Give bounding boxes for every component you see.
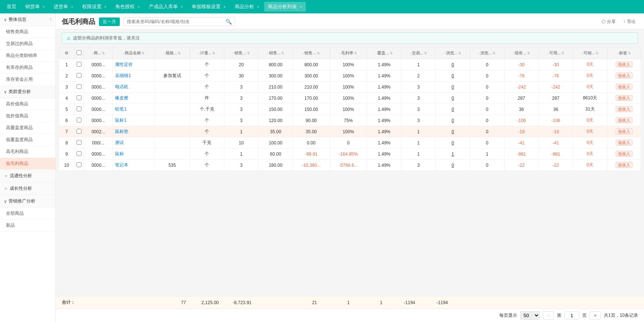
sidebar-item-new-products[interactable]: 新品	[0, 220, 55, 232]
nav-close-role[interactable]: ×	[138, 5, 140, 9]
row-unit-3: 个	[190, 82, 224, 93]
nav-purchase-order[interactable]: 进货单 ×	[50, 2, 77, 12]
date-filter-button[interactable]: 近一月	[99, 17, 120, 26]
export-button[interactable]: ↑ 导出	[621, 17, 638, 26]
per-page-select[interactable]: 50 20 100	[520, 311, 540, 320]
search-input[interactable]	[127, 19, 225, 24]
collapse-icon[interactable]: 《	[48, 17, 52, 22]
row-checkbox-1[interactable]	[74, 59, 84, 70]
col-name[interactable]: ·商品名称⇅	[113, 47, 154, 59]
col-sales-price[interactable]: ·销售...⇅	[259, 47, 293, 59]
prev-page-button[interactable]: ＜	[543, 311, 554, 320]
row-name-4[interactable]: 橡皮擦	[113, 93, 154, 104]
footer-available: -1194	[422, 300, 452, 305]
row-view1-1[interactable]: 0	[436, 59, 470, 70]
sidebar-item-stock-capital[interactable]: 库存资金占用	[0, 74, 55, 86]
arrow-cluster-icon: ∨	[4, 89, 7, 95]
alert-banner: ⚠ 这部分商品的利润非常低，请关注	[62, 32, 638, 44]
nav-product-analysis-list[interactable]: 商品分析列表 ×	[264, 2, 305, 12]
sidebar-item-stocked-products[interactable]: 有库存的商品	[0, 62, 55, 74]
row-checkbox-4[interactable]	[74, 93, 84, 104]
row-checkbox-5[interactable]	[74, 104, 84, 115]
row-checkbox-2[interactable]	[74, 70, 84, 82]
col-available[interactable]: ·可用...⇅	[539, 47, 573, 59]
row-view1-3[interactable]: 0	[436, 82, 470, 93]
nav-close-analysis[interactable]: ×	[257, 5, 259, 9]
row-view1-9[interactable]: 1	[436, 149, 470, 160]
sidebar-group-marketing[interactable]: ∨ 营销推广分析	[0, 195, 55, 208]
row-checkbox-6[interactable]	[74, 115, 84, 126]
row-checkbox-3[interactable]	[74, 82, 84, 93]
col-spec[interactable]: ·规格...⇅	[154, 47, 190, 59]
sidebar-group-flow[interactable]: ＞ 流通性分析	[0, 170, 55, 182]
nav-permission[interactable]: 权限设置 ×	[79, 2, 110, 12]
row-coverage-3: 1.49%	[367, 82, 401, 93]
nav-home[interactable]: 首页	[3, 2, 20, 12]
col-tag[interactable]: ·标签⇅	[607, 47, 641, 59]
col-unit[interactable]: ·计量...⇅	[190, 47, 224, 59]
row-name-9[interactable]: 鼠标	[113, 149, 154, 160]
row-view1-6[interactable]: 0	[436, 115, 470, 126]
sidebar-item-all-products[interactable]: 全部商品	[0, 208, 55, 220]
row-checkbox-10[interactable]	[74, 160, 84, 171]
col-gross-margin[interactable]: ·毛利率⇅	[330, 47, 367, 59]
sidebar-item-sales-products[interactable]: 销售类商品	[0, 26, 55, 38]
col-current[interactable]: ·现有...⇅	[504, 47, 538, 59]
nav-product-analysis[interactable]: 商品分析 ×	[231, 2, 263, 12]
nav-sales-order[interactable]: 销货单 ×	[22, 2, 48, 12]
nav-close-purchase[interactable]: ×	[71, 5, 73, 9]
nav-product-inbound[interactable]: 产成品入库单 ×	[145, 2, 186, 12]
nav-close-sales[interactable]: ×	[43, 5, 45, 9]
nav-template-setting[interactable]: 单据模板设置 ×	[188, 2, 229, 12]
sidebar-group-growth[interactable]: ＞ 成长性分析	[0, 182, 55, 195]
sidebar-item-high-value[interactable]: 高价值商品	[0, 98, 55, 110]
row-view1-2[interactable]: 0	[436, 70, 470, 82]
settings-icon[interactable]: ⚙	[65, 51, 68, 55]
col-trade[interactable]: ·交易...⇅	[401, 47, 436, 59]
col-sales-profit[interactable]: ·销售...⇅	[293, 47, 330, 59]
page-input[interactable]	[564, 312, 579, 319]
row-unit-1: 个	[190, 59, 224, 70]
sidebar-item-category-sales[interactable]: 商品分类助销率	[0, 50, 55, 62]
row-checkbox-7[interactable]	[74, 126, 84, 137]
col-sellable[interactable]: ·可销...⇅	[573, 47, 607, 59]
row-view1-5[interactable]: 0	[436, 104, 470, 115]
row-view1-7[interactable]: 0	[436, 126, 470, 137]
nav-close-product[interactable]: ×	[181, 5, 183, 9]
row-name-8[interactable]: 测试	[113, 137, 154, 149]
row-checkbox-9[interactable]	[74, 149, 84, 160]
row-view1-8[interactable]: 0	[436, 137, 470, 149]
sidebar-item-high-coverage[interactable]: 高覆盖度商品	[0, 122, 55, 134]
col-coverage[interactable]: ·覆盖...⇅	[367, 47, 401, 59]
row-name-5[interactable]: 铅笔1	[113, 104, 154, 115]
nav-close-permission[interactable]: ×	[105, 5, 107, 9]
col-sales-qty[interactable]: ·销售...⇅	[224, 47, 258, 59]
row-name-10[interactable]: 笔记本	[113, 160, 154, 171]
nav-role-auth[interactable]: 角色授权 ×	[112, 2, 143, 12]
next-page-button[interactable]: ＞	[590, 311, 601, 320]
sidebar-item-traded-products[interactable]: 交易过的商品	[0, 38, 55, 50]
sidebar-group-overall[interactable]: ∨ 整体信息 《	[0, 13, 55, 26]
row-view1-10[interactable]: 0	[436, 160, 470, 171]
sidebar-item-low-value[interactable]: 低价值商品	[0, 110, 55, 122]
sidebar-group-cluster[interactable]: ∨ 类群度分析	[0, 86, 55, 98]
col-view2[interactable]: ·浏览...⇅	[470, 47, 504, 59]
sidebar-item-high-margin[interactable]: 高毛利商品	[0, 146, 55, 158]
row-name-6[interactable]: 鼠标1	[113, 115, 154, 126]
share-button[interactable]: ⬡ 分享	[599, 17, 618, 26]
row-name-1[interactable]: 属性定价	[113, 59, 154, 70]
nav-close-analysis-list[interactable]: ×	[300, 5, 302, 9]
row-name-3[interactable]: 电话机	[113, 82, 154, 93]
sidebar-item-low-margin[interactable]: 低毛利商品	[0, 158, 55, 170]
col-view1[interactable]: ·浏览...⇅	[436, 47, 470, 59]
search-icon[interactable]: 🔍	[225, 19, 232, 25]
row-name-2[interactable]: 吴细细1	[113, 70, 154, 82]
col-settings[interactable]: ⚙	[59, 47, 74, 59]
row-name-7[interactable]: 鼠标垫	[113, 126, 154, 137]
col-code[interactable]: ·商...⇅	[84, 47, 113, 59]
select-all-checkbox[interactable]	[77, 50, 81, 55]
nav-close-template[interactable]: ×	[224, 5, 226, 9]
row-view1-4[interactable]: 0	[436, 93, 470, 104]
row-checkbox-8[interactable]	[74, 137, 84, 149]
sidebar-item-low-coverage[interactable]: 低覆盖度商品	[0, 134, 55, 146]
